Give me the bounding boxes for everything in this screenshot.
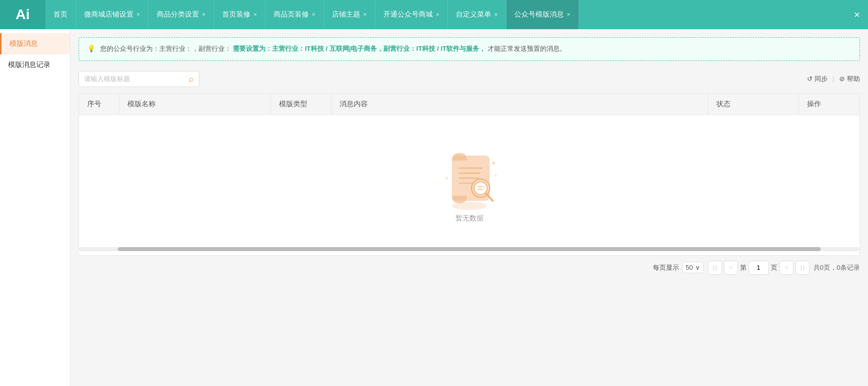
svg-point-12	[495, 175, 497, 177]
nav-tab-close-8[interactable]: ×	[567, 11, 570, 18]
col-header-status: 状态	[708, 94, 799, 115]
page-unit: 页	[771, 263, 777, 272]
nav-tab-3[interactable]: 首页装修×	[214, 0, 265, 29]
search-input[interactable]	[84, 75, 189, 83]
top-nav-bar: Ai 首页微商城店铺设置×商品分类设置×首页装修×商品页装修×店铺主题×开通公众…	[0, 0, 868, 29]
close-all-tabs-button[interactable]: ×	[846, 0, 868, 29]
next-page-button[interactable]: ＞	[779, 261, 793, 275]
nav-tabs: 首页微商城店铺设置×商品分类设置×首页装修×商品页装修×店铺主题×开通公众号商城…	[45, 0, 846, 29]
app-logo: Ai	[0, 0, 45, 29]
col-header-seq: 序号	[79, 94, 119, 115]
page-size-selector: 每页显示 50 ∨	[653, 262, 703, 273]
page-size-value: 50	[686, 264, 693, 271]
page-navigation: ⟨⟨ ＜ 第 页 ＞ ⟩⟩	[708, 261, 810, 275]
notice-text-after: 才能正常发送预置的消息。	[488, 45, 566, 52]
sidebar-item-0[interactable]: 模版消息	[0, 33, 70, 54]
empty-text: 暂无数据	[455, 214, 484, 223]
nav-tab-close-1[interactable]: ×	[137, 11, 140, 18]
toolbar-divider: |	[833, 75, 834, 83]
col-header-action: 操作	[799, 94, 859, 115]
nav-tab-6[interactable]: 开通公众号商城×	[375, 0, 448, 29]
nav-tab-7[interactable]: 自定义菜单×	[448, 0, 506, 29]
page-size-dropdown[interactable]: 50 ∨	[682, 262, 703, 273]
col-header-content: 消息内容	[331, 94, 708, 115]
content-area: 💡 您的公众号行业为：主营行业：，副营行业： 需要设置为：主营行业：IT科技 /…	[71, 29, 868, 386]
toolbar-right: ↺ 同步 | ⊘ 帮助	[807, 74, 860, 84]
col-header-name: 模版名称	[119, 94, 271, 115]
search-icon[interactable]: ⌕	[189, 74, 194, 84]
help-label: 帮助	[847, 74, 860, 84]
sync-label: 同步	[815, 74, 828, 84]
data-table: 序号 模版名称 模版类型 消息内容 状态 操作	[79, 93, 860, 256]
page-number-input[interactable]	[749, 261, 769, 275]
main-layout: 模版消息模版消息记录 💡 您的公众号行业为：主营行业：，副营行业： 需要设置为：…	[0, 29, 868, 386]
nav-tab-5[interactable]: 店铺主题×	[324, 0, 375, 29]
nav-tab-8[interactable]: 公众号模版消息×	[506, 0, 579, 29]
nav-tab-0[interactable]: 首页	[45, 0, 76, 29]
nav-tab-close-6[interactable]: ×	[436, 11, 439, 18]
nav-tab-1[interactable]: 微商城店铺设置×	[76, 0, 149, 29]
sync-button[interactable]: ↺ 同步	[807, 74, 828, 84]
sync-icon: ↺	[807, 75, 813, 83]
help-button[interactable]: ⊘ 帮助	[839, 74, 860, 84]
horizontal-scrollbar[interactable]	[79, 247, 859, 251]
svg-point-6	[474, 182, 487, 195]
nav-tab-close-2[interactable]: ×	[202, 11, 206, 18]
nav-tab-close-4[interactable]: ×	[312, 11, 315, 18]
sidebar: 模版消息模版消息记录	[0, 29, 71, 386]
col-header-type: 模版类型	[271, 94, 331, 115]
dropdown-arrow-icon: ∨	[695, 264, 700, 271]
toolbar: ⌕ ↺ 同步 | ⊘ 帮助	[79, 71, 860, 87]
svg-point-11	[445, 177, 448, 179]
nav-tab-close-7[interactable]: ×	[494, 11, 498, 18]
nav-tab-close-5[interactable]: ×	[363, 11, 367, 18]
scroll-thumb[interactable]	[118, 247, 820, 251]
search-box[interactable]: ⌕	[79, 71, 199, 87]
notice-box: 💡 您的公众号行业为：主营行业：，副营行业： 需要设置为：主营行业：IT科技 /…	[79, 37, 860, 61]
nav-tab-2[interactable]: 商品分类设置×	[149, 0, 214, 29]
notice-text-before: 您的公众号行业为：主营行业：，副营行业：	[100, 45, 231, 52]
first-page-button[interactable]: ⟨⟨	[708, 261, 722, 275]
svg-point-10	[492, 162, 495, 165]
nav-tab-close-3[interactable]: ×	[253, 11, 257, 18]
help-icon: ⊘	[839, 75, 845, 83]
last-page-button[interactable]: ⟩⟩	[795, 261, 810, 275]
table-header: 序号 模版名称 模版类型 消息内容 状态 操作	[79, 94, 859, 115]
nav-tab-4[interactable]: 商品页装修×	[265, 0, 324, 29]
empty-illustration	[439, 145, 500, 206]
sidebar-item-1[interactable]: 模版消息记录	[0, 54, 70, 75]
lightbulb-icon: 💡	[87, 45, 95, 52]
pagination: 每页显示 50 ∨ ⟨⟨ ＜ 第 页 ＞ ⟩⟩ 共0页，0条记录	[79, 256, 860, 277]
empty-state: 暂无数据	[79, 115, 859, 243]
page-label: 第	[740, 263, 747, 272]
page-size-label: 每页显示	[653, 263, 679, 272]
page-total: 共0页，0条记录	[814, 263, 860, 272]
notice-text-highlight: 需要设置为：主营行业：IT科技 / 互联网|电子商务，副营行业：IT科技 / I…	[233, 45, 486, 52]
prev-page-button[interactable]: ＜	[724, 261, 738, 275]
